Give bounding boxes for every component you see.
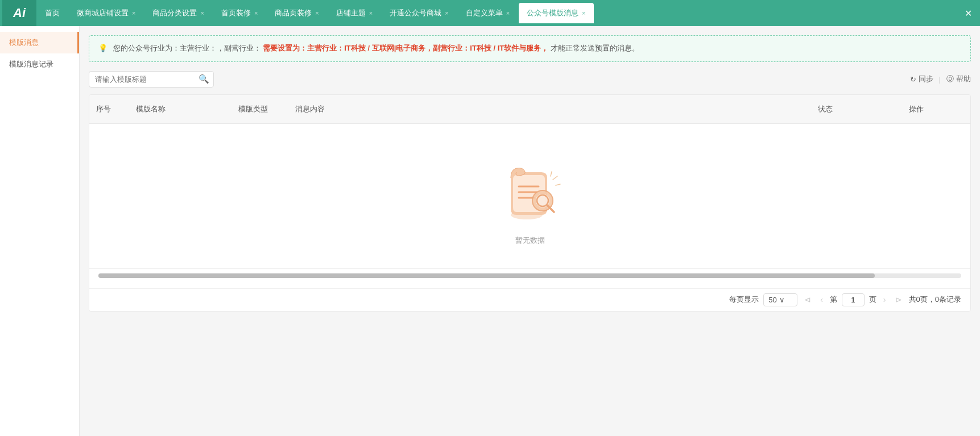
search-left: 🔍	[89, 71, 214, 88]
nav-tab-shop-theme[interactable]: 店铺主题×	[328, 3, 381, 23]
sync-icon: ↻	[910, 75, 916, 84]
svg-line-10	[551, 172, 552, 176]
nav-tab-custom-menu[interactable]: 自定义菜单×	[458, 3, 518, 23]
nav-tab-category-settings[interactable]: 商品分类设置×	[144, 3, 212, 23]
nav-tab-shop-settings[interactable]: 微商城店铺设置×	[69, 3, 143, 23]
table-header: 序号模版名称模版类型消息内容状态操作	[89, 95, 970, 124]
scroll-bar-container[interactable]	[98, 273, 961, 278]
close-all-tabs-button[interactable]: ✕	[959, 8, 978, 19]
table-header-状态: 状态	[811, 101, 902, 118]
help-icon: ⓪	[946, 74, 954, 84]
next-page-button[interactable]: ›	[881, 294, 888, 305]
search-right: ↻ 同步 | ⓪ 帮助	[910, 74, 971, 84]
empty-illustration	[496, 158, 564, 226]
notice-suffix: 才能正常发送预置的消息。	[551, 44, 639, 52]
svg-line-9	[556, 184, 560, 185]
main-layout: 模版消息模版消息记录 💡 您的公众号行业为：主营行业：，副营行业： 需要设置为：…	[0, 26, 980, 436]
table-header-序号: 序号	[89, 101, 129, 118]
page-size-label: 每页显示	[729, 294, 759, 305]
nav-tab-open-mall[interactable]: 开通公众号商城×	[382, 3, 456, 23]
app-logo: Ai	[2, 0, 36, 26]
sidebar: 模版消息模版消息记录	[0, 26, 80, 436]
table-header-模版类型: 模版类型	[231, 101, 288, 118]
divider: |	[939, 75, 941, 84]
empty-text: 暂无数据	[515, 235, 545, 246]
close-tab-custom-menu[interactable]: ×	[506, 10, 510, 16]
search-input[interactable]	[89, 71, 214, 88]
horizontal-scroll-track	[89, 268, 970, 288]
table-header-操作: 操作	[902, 101, 970, 118]
page-label-suffix: 页	[869, 294, 876, 305]
page-label-prefix: 第	[830, 294, 837, 305]
first-page-button[interactable]: ⊲	[802, 294, 813, 305]
close-tab-template-msg[interactable]: ×	[582, 10, 585, 16]
svg-line-8	[553, 176, 557, 180]
page-number-input[interactable]	[842, 293, 865, 306]
sync-button[interactable]: ↻ 同步	[910, 74, 933, 84]
data-table: 序号模版名称模版类型消息内容状态操作	[89, 94, 971, 312]
prev-page-button[interactable]: ‹	[818, 294, 825, 305]
notice-prefix: 您的公众号行业为：主营行业：，副营行业：	[113, 44, 261, 52]
notice-icon: 💡	[98, 44, 107, 52]
last-page-button[interactable]: ⊳	[893, 294, 904, 305]
close-tab-category-settings[interactable]: ×	[200, 10, 204, 16]
page-size-selector[interactable]: 50 ∨	[763, 293, 797, 306]
nav-tab-home[interactable]: 首页	[37, 3, 68, 23]
close-tab-product-decor[interactable]: ×	[315, 10, 319, 16]
table-header-模版名称: 模版名称	[129, 101, 231, 118]
notice-highlight: 需要设置为：主营行业：IT科技 / 互联网|电子商务，副营行业：IT科技 / I…	[263, 44, 548, 52]
search-button[interactable]: 🔍	[199, 74, 209, 84]
close-tab-shop-settings[interactable]: ×	[132, 10, 135, 16]
nav-tab-template-msg[interactable]: 公众号模版消息×	[519, 3, 593, 23]
main-content: 💡 您的公众号行业为：主营行业：，副营行业： 需要设置为：主营行业：IT科技 /…	[80, 26, 980, 436]
top-navigation: Ai 首页微商城店铺设置×商品分类设置×首页装修×商品页装修×店铺主题×开通公众…	[0, 0, 980, 26]
pagination: 每页显示 50 ∨ ⊲ ‹ 第 页 › ⊳ 共0页，0条记录	[89, 288, 970, 311]
help-button[interactable]: ⓪ 帮助	[946, 74, 971, 84]
chevron-down-icon: ∨	[779, 296, 785, 304]
sidebar-item-template-msg-log[interactable]: 模版消息记录	[0, 53, 79, 75]
empty-state: 暂无数据	[89, 124, 970, 268]
total-info: 共0页，0条记录	[909, 294, 961, 305]
close-tab-shop-theme[interactable]: ×	[369, 10, 373, 16]
nav-tab-home-decor[interactable]: 首页装修×	[213, 3, 266, 23]
notice-banner: 💡 您的公众号行业为：主营行业：，副营行业： 需要设置为：主营行业：IT科技 /…	[89, 35, 971, 62]
table-header-消息内容: 消息内容	[288, 101, 811, 118]
search-input-wrap: 🔍	[89, 71, 214, 88]
nav-tabs: 首页微商城店铺设置×商品分类设置×首页装修×商品页装修×店铺主题×开通公众号商城…	[36, 3, 959, 23]
close-tab-home-decor[interactable]: ×	[254, 10, 258, 16]
sidebar-item-template-msg[interactable]: 模版消息	[0, 32, 79, 53]
nav-tab-product-decor[interactable]: 商品页装修×	[267, 3, 326, 23]
page-size-value: 50	[768, 296, 776, 304]
search-bar: 🔍 ↻ 同步 | ⓪ 帮助	[89, 71, 971, 88]
scroll-thumb[interactable]	[98, 273, 875, 278]
close-tab-open-mall[interactable]: ×	[445, 10, 448, 16]
